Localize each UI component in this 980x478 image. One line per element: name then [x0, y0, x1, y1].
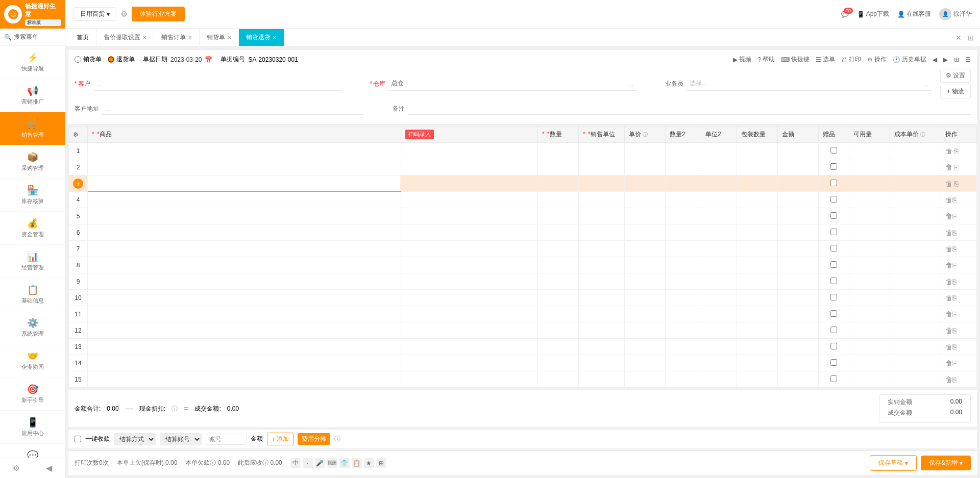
delete-icon-1[interactable]: 🗑 — [945, 147, 952, 155]
shortcut-2[interactable]: · — [303, 458, 313, 468]
copy-icon-4[interactable]: ⎘ — [952, 196, 957, 204]
product-input-3[interactable] — [92, 180, 397, 187]
tab-close-delivery[interactable]: ✕ — [227, 35, 231, 40]
video-action[interactable]: ▶ 视频 — [733, 55, 751, 64]
split-button[interactable]: 费用分摊 — [298, 433, 330, 445]
salesperson-input[interactable]: 选择... ... — [687, 77, 932, 91]
calendar-icon[interactable]: 📅 — [205, 56, 212, 63]
copy-icon-14[interactable]: ⎘ — [952, 359, 957, 367]
one-click-checkbox[interactable] — [75, 436, 81, 442]
copy-icon-15[interactable]: ⎘ — [952, 375, 957, 384]
shortcut-5[interactable]: 👕 — [339, 458, 350, 468]
next-record-icon[interactable]: ▶ — [943, 56, 948, 63]
header-gear-icon[interactable]: ⚙ — [120, 9, 128, 19]
delete-icon-4[interactable]: 🗑 — [945, 196, 952, 204]
gift-checkbox-15[interactable] — [830, 375, 837, 382]
shortcut-4[interactable]: ⌨ — [327, 458, 337, 468]
shipping-button[interactable]: + 物流 — [940, 85, 971, 98]
question-icon-2[interactable]: ⓘ — [334, 435, 340, 443]
sidebar-item-operations[interactable]: 📊 经营管理 — [0, 245, 65, 278]
copy-icon-7[interactable]: ⎘ — [952, 245, 957, 253]
settings-icon[interactable]: ⚙ — [13, 463, 20, 473]
gift-checkbox-3[interactable] — [830, 180, 837, 186]
list-view-icon[interactable]: ☰ — [965, 56, 971, 63]
tab-sales-return[interactable]: 销货退货 ✕ — [239, 29, 284, 46]
setup-button[interactable]: ⚙ 设置 — [940, 69, 971, 83]
delete-icon-5[interactable]: 🗑 — [945, 212, 952, 220]
account-num-input[interactable] — [206, 434, 247, 445]
shortcut-8[interactable]: ⊞ — [376, 458, 386, 468]
copy-icon-9[interactable]: ⎘ — [952, 278, 957, 286]
delete-icon-6[interactable]: 🗑 — [945, 229, 952, 237]
sidebar-search[interactable]: 🔍 搜索菜单 — [0, 29, 65, 46]
delete-icon-12[interactable]: 🗑 — [945, 326, 952, 335]
tab-close-return[interactable]: ✕ — [273, 35, 277, 40]
shortcut-3[interactable]: 🎤 — [315, 458, 325, 468]
delete-icon-14[interactable]: 🗑 — [945, 359, 952, 367]
copy-icon-11[interactable]: ⎘ — [952, 310, 957, 318]
save-new-button[interactable]: 保存&新增 ▾ — [921, 456, 971, 470]
shortcut-1[interactable]: 中 — [290, 458, 301, 468]
tab-sales-delivery[interactable]: 销货单 ✕ — [200, 29, 239, 46]
delete-icon-3[interactable]: 🗑 — [945, 180, 952, 188]
grid-view-icon[interactable]: ⊞ — [954, 56, 959, 63]
delete-icon-13[interactable]: 🗑 — [945, 343, 952, 351]
copy-icon-6[interactable]: ⎘ — [952, 229, 957, 237]
gift-checkbox-7[interactable] — [830, 245, 837, 251]
radio-sale[interactable]: 销货单 — [75, 55, 102, 64]
sidebar-item-shortcut[interactable]: ⚡ 快捷导航 — [0, 46, 65, 79]
tab-close-order[interactable]: ✕ — [188, 35, 192, 40]
add-fee-button[interactable]: + 添加 — [267, 433, 293, 445]
delete-icon-9[interactable]: 🗑 — [945, 278, 952, 286]
print-action[interactable]: 🖨 打印 — [841, 55, 861, 64]
sidebar-item-enterprise[interactable]: 🤝 企业协同 — [0, 344, 65, 378]
copy-icon-2[interactable]: ⎘ — [954, 163, 958, 171]
delete-icon-2[interactable]: 🗑 — [945, 163, 952, 171]
copy-icon-1[interactable]: ⎘ — [954, 147, 958, 155]
delete-icon-11[interactable]: 🗑 — [945, 310, 952, 318]
question-icon-3[interactable]: ⓘ — [210, 459, 216, 466]
copy-icon-3[interactable]: ⎘ — [954, 180, 958, 188]
address-input[interactable]: ... — [102, 103, 364, 115]
tab-sales-order[interactable]: 销售订单 ✕ — [154, 29, 200, 46]
delete-icon-10[interactable]: 🗑 — [945, 294, 952, 302]
history-action[interactable]: 🕐 历史单据 — [893, 55, 926, 64]
prev-record-icon[interactable]: ◀ — [933, 56, 937, 63]
shortcut-action[interactable]: ⌨ 快捷键 — [781, 55, 810, 64]
sidebar-item-purchase[interactable]: 📦 采购管理 — [0, 145, 65, 179]
th-scan[interactable]: 扫码录入 — [401, 127, 537, 143]
copy-icon-12[interactable]: ⎘ — [952, 326, 957, 335]
remark-input[interactable] — [408, 103, 971, 115]
tab-close-price[interactable]: ✕ — [142, 35, 146, 40]
question-icon-4[interactable]: ⓘ — [262, 459, 268, 466]
tab-close-btn[interactable]: ✕ — [953, 33, 964, 43]
delete-icon-15[interactable]: 🗑 — [945, 375, 952, 384]
question-icon[interactable]: ⓘ — [172, 405, 178, 413]
add-row-button[interactable]: + — [73, 179, 83, 189]
gift-checkbox-11[interactable] — [830, 310, 837, 317]
shortcut-7[interactable]: ★ — [364, 458, 374, 468]
gift-checkbox-8[interactable] — [830, 261, 837, 268]
gift-checkbox-9[interactable] — [830, 278, 837, 284]
account-select[interactable]: 结算账号 — [160, 433, 202, 445]
daily-select[interactable]: 日用百货 ▾ — [74, 7, 116, 21]
warehouse-input[interactable]: 总仓 ... — [388, 77, 636, 91]
sidebar-item-marketing[interactable]: 📢 营销推广 — [0, 79, 65, 112]
sidebar-item-basic[interactable]: 📋 基础信息 — [0, 278, 65, 311]
select-action[interactable]: ☰ 选单 — [816, 55, 835, 64]
radio-return[interactable]: 退货单 — [108, 55, 135, 64]
copy-icon-8[interactable]: ⎘ — [952, 261, 957, 269]
message-icon[interactable]: 💬 70 — [841, 11, 849, 18]
sidebar-item-system[interactable]: ⚙️ 系统管理 — [0, 311, 65, 344]
gift-checkbox-10[interactable] — [830, 294, 837, 300]
save-draft-button[interactable]: 保存草稿 ▾ — [870, 455, 917, 471]
scan-button[interactable]: 扫码录入 — [405, 130, 434, 139]
tab-home[interactable]: 首页 — [69, 29, 96, 46]
help-action[interactable]: ? 帮助 — [757, 55, 775, 64]
sidebar-item-inventory[interactable]: 🏪 库存核算 — [0, 179, 65, 212]
collapse-icon[interactable]: ◀ — [46, 463, 52, 473]
tab-expand-btn[interactable]: ⊞ — [966, 33, 976, 43]
calc-method-select[interactable]: 结算方式 — [114, 433, 156, 445]
tab-price-setting[interactable]: 售价提取设置 ✕ — [96, 29, 154, 46]
gift-checkbox-1[interactable] — [830, 147, 837, 154]
